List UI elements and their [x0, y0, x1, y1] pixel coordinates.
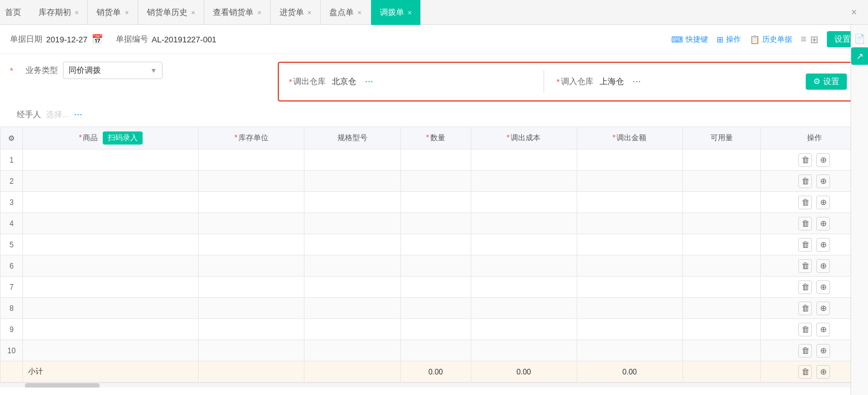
- close-all-tabs[interactable]: ×: [845, 7, 863, 18]
- delete-icon[interactable]: 🗑: [798, 153, 812, 167]
- delete-icon[interactable]: 🗑: [798, 302, 812, 315]
- table-cell-product[interactable]: [23, 150, 199, 171]
- business-type-select[interactable]: 同价调拨 ▼: [63, 62, 163, 79]
- table-cell-product[interactable]: [23, 298, 199, 319]
- delete-icon[interactable]: 🗑: [798, 280, 812, 294]
- table-cell-cost[interactable]: [471, 255, 577, 277]
- table-cell-qty[interactable]: [400, 277, 471, 298]
- sidebar-doc-icon[interactable]: 📄: [852, 31, 867, 46]
- action-btn[interactable]: ⊞ 操作: [717, 34, 741, 45]
- table-cell-amount[interactable]: [577, 319, 682, 340]
- copy-icon[interactable]: ⊕: [816, 365, 830, 379]
- table-header-settings[interactable]: ⚙: [1, 127, 23, 150]
- table-cell-amount[interactable]: [577, 255, 682, 277]
- table-cell-amount[interactable]: [577, 277, 682, 298]
- table-cell-cost[interactable]: [471, 171, 577, 192]
- horizontal-scrollbar[interactable]: [0, 383, 868, 388]
- sidebar-export-icon[interactable]: ↗: [851, 47, 869, 65]
- close-tab-view-sales[interactable]: ×: [257, 9, 261, 16]
- table-cell-cost[interactable]: [471, 150, 577, 171]
- copy-icon[interactable]: ⊕: [816, 280, 830, 294]
- table-cell-product[interactable]: [23, 319, 199, 340]
- table-cell-qty[interactable]: [400, 192, 471, 213]
- table-cell-product[interactable]: [23, 234, 199, 255]
- table-cell-qty[interactable]: [400, 255, 471, 277]
- table-cell-qty[interactable]: [400, 150, 471, 171]
- table-cell-qty[interactable]: [400, 319, 471, 340]
- copy-icon[interactable]: ⊕: [816, 174, 830, 188]
- close-tab-transfer[interactable]: ×: [408, 9, 412, 16]
- table-cell-qty[interactable]: [400, 171, 471, 192]
- table-cell-amount[interactable]: [577, 340, 682, 361]
- history-btn[interactable]: 📋 历史单据: [750, 34, 792, 45]
- delete-icon[interactable]: 🗑: [798, 344, 812, 358]
- warehouse-setting-btn[interactable]: ⚙ 设置: [806, 74, 847, 90]
- table-cell-product[interactable]: [23, 277, 199, 298]
- warehouse-section: * 调出仓库 北京仓 ··· * 调入仓库 上海仓 ··· ⚙ 设置: [278, 62, 858, 102]
- table-cell-cost[interactable]: [471, 340, 577, 361]
- close-tab-sales-order[interactable]: ×: [125, 9, 128, 16]
- person-more[interactable]: ···: [74, 109, 82, 120]
- tab-home[interactable]: 首页: [5, 0, 30, 25]
- copy-icon[interactable]: ⊕: [816, 259, 830, 273]
- table-cell-product[interactable]: [23, 340, 199, 361]
- delete-icon[interactable]: 🗑: [798, 365, 812, 379]
- table-cell-cost[interactable]: [471, 213, 577, 234]
- copy-icon[interactable]: ⊕: [816, 302, 830, 315]
- close-tab-inventory-init[interactable]: ×: [75, 9, 78, 16]
- table-cell-cost[interactable]: [471, 234, 577, 255]
- warehouse-divider: [544, 70, 544, 93]
- scroll-thumb[interactable]: [25, 383, 100, 388]
- grid-view-icon[interactable]: ⊞: [810, 34, 818, 45]
- close-tab-sales-history[interactable]: ×: [191, 9, 195, 16]
- tab-sales-history[interactable]: 销货单历史 ×: [138, 0, 204, 25]
- scan-input-btn[interactable]: 扫码录入: [103, 131, 143, 145]
- list-view-icon[interactable]: ≡: [801, 34, 806, 45]
- calendar-icon[interactable]: 📅: [92, 34, 103, 45]
- delete-icon[interactable]: 🗑: [798, 196, 812, 209]
- person-input[interactable]: 选择...: [46, 109, 69, 120]
- tab-purchase[interactable]: 进货单 ×: [271, 0, 321, 25]
- table-cell-cost[interactable]: [471, 319, 577, 340]
- shortcut-btn[interactable]: ⌨ 快捷键: [671, 34, 708, 45]
- table-cell-cost[interactable]: [471, 277, 577, 298]
- table-cell-amount[interactable]: [577, 150, 682, 171]
- table-cell-product[interactable]: [23, 213, 199, 234]
- table-cell-amount[interactable]: [577, 192, 682, 213]
- table-cell-product[interactable]: [23, 255, 199, 277]
- delete-icon[interactable]: 🗑: [798, 174, 812, 188]
- table-cell-product[interactable]: [23, 192, 199, 213]
- copy-icon[interactable]: ⊕: [816, 344, 830, 358]
- copy-icon[interactable]: ⊕: [816, 153, 830, 167]
- close-tab-inventory-count[interactable]: ×: [357, 9, 361, 16]
- delete-icon[interactable]: 🗑: [798, 217, 812, 231]
- table-cell-amount[interactable]: [577, 213, 682, 234]
- table-cell-qty[interactable]: [400, 298, 471, 319]
- table-cell-qty[interactable]: [400, 340, 471, 361]
- copy-icon[interactable]: ⊕: [816, 323, 830, 336]
- table-cell-product[interactable]: [23, 171, 199, 192]
- copy-icon[interactable]: ⊕: [816, 217, 830, 231]
- tab-inventory-count[interactable]: 盘点单 ×: [321, 0, 370, 25]
- table-cell-cost[interactable]: [471, 298, 577, 319]
- close-tab-purchase[interactable]: ×: [308, 9, 311, 16]
- table-cell-amount[interactable]: [577, 234, 682, 255]
- copy-icon[interactable]: ⊕: [816, 196, 830, 209]
- table-cell-amount[interactable]: [577, 171, 682, 192]
- delete-icon[interactable]: 🗑: [798, 238, 812, 252]
- table-cell-qty[interactable]: [400, 234, 471, 255]
- table-cell-amount[interactable]: [577, 298, 682, 319]
- table-cell-unit: [199, 319, 304, 340]
- delete-icon[interactable]: 🗑: [798, 259, 812, 273]
- tab-view-sales[interactable]: 查看销货单 ×: [204, 0, 270, 25]
- out-warehouse-more[interactable]: ···: [365, 76, 373, 87]
- in-warehouse-more[interactable]: ···: [633, 76, 641, 87]
- tab-sales-order[interactable]: 销货单 ×: [88, 0, 138, 25]
- col-product: *商品 扫码录入: [23, 127, 199, 150]
- tab-inventory-init[interactable]: 库存期初 ×: [30, 0, 88, 25]
- tab-transfer[interactable]: 调拨单 ×: [371, 0, 421, 25]
- copy-icon[interactable]: ⊕: [816, 238, 830, 252]
- table-cell-cost[interactable]: [471, 192, 577, 213]
- delete-icon[interactable]: 🗑: [798, 323, 812, 336]
- table-cell-qty[interactable]: [400, 213, 471, 234]
